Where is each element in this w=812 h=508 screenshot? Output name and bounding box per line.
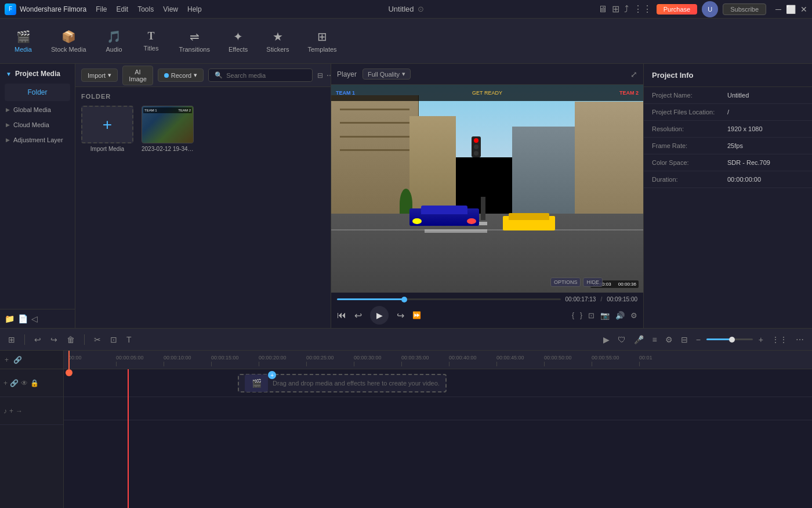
clip-icon[interactable]: ⊡: [588, 311, 594, 320]
sidebar-arrow[interactable]: ▼: [6, 71, 12, 77]
tl-crop-icon[interactable]: ⊡: [108, 333, 119, 347]
tl-mic-icon[interactable]: 🎤: [632, 333, 646, 347]
drop-plus-icon: +: [268, 371, 276, 379]
ruler-mark-8: 00:00:40:00: [449, 355, 496, 366]
tl-play-icon[interactable]: ▶: [601, 333, 612, 347]
tl-delete-icon[interactable]: 🗑: [64, 333, 77, 347]
tl-plus-icon[interactable]: +: [756, 333, 766, 347]
rewind-button[interactable]: ↩: [354, 310, 362, 321]
tl-minus-icon[interactable]: −: [694, 333, 703, 347]
preview-panel: Player Full Quality ▾ ⤢: [331, 64, 644, 328]
tl-add-track-icon[interactable]: +: [5, 356, 9, 364]
toolbar-audio[interactable]: 🎵 Audio: [97, 25, 132, 57]
sidebar-item-global-media[interactable]: ▶ Global Media: [0, 102, 75, 117]
tl-undo-icon[interactable]: ↩: [32, 333, 44, 347]
toolbar-effects[interactable]: ✦ Effects: [220, 25, 256, 57]
adjustment-layer-arrow: ▶: [6, 137, 10, 143]
tl-audio-note-icon[interactable]: ♪: [3, 407, 7, 415]
tl-layers-icon[interactable]: ≡: [650, 333, 659, 347]
video-file-item[interactable]: TEAM 1 TEAM 2 2023-02-12 19-34-47: [142, 106, 194, 152]
tl-redo-icon[interactable]: ↪: [48, 333, 60, 347]
video-thumb-overlay: TEAM 1 TEAM 2: [143, 107, 192, 113]
toolbar-templates[interactable]: ⊞ Templates: [299, 25, 345, 57]
record-button[interactable]: Record ▾: [158, 69, 204, 82]
minimize-button[interactable]: ─: [775, 5, 781, 14]
more-options-icon[interactable]: ⋯: [327, 71, 331, 80]
progress-bar[interactable]: [337, 298, 561, 300]
quality-selector[interactable]: Full Quality ▾: [362, 69, 411, 80]
toolbar-stickers[interactable]: ★ Stickers: [258, 25, 297, 57]
options-button[interactable]: OPTIONS: [550, 278, 581, 287]
tl-shield-icon[interactable]: 🛡: [615, 333, 628, 347]
new-folder-icon[interactable]: 📁: [5, 314, 14, 323]
tl-cut-icon[interactable]: ✂: [92, 333, 103, 347]
tl-zoom-slider[interactable]: [706, 338, 753, 340]
mark-out-icon[interactable]: }: [580, 311, 582, 320]
snapshot-icon[interactable]: 📷: [600, 311, 610, 320]
skip-back-button[interactable]: ⏮: [337, 310, 346, 320]
sidebar-folder[interactable]: Folder: [5, 84, 70, 101]
tl-text-icon[interactable]: T: [124, 333, 134, 347]
tl-video-add-icon[interactable]: +: [3, 379, 8, 387]
upload-icon[interactable]: ⤴: [624, 4, 629, 15]
toolbar-stock-media[interactable]: 📦 Stock Media: [43, 25, 95, 57]
menu-view[interactable]: View: [163, 5, 178, 13]
menu-tools[interactable]: Tools: [137, 5, 154, 13]
effects-label: Effects: [229, 46, 248, 53]
playhead-marker-ball[interactable]: [66, 369, 72, 376]
settings-icon[interactable]: ⚙: [630, 311, 637, 320]
ai-image-button[interactable]: AI Image: [122, 66, 153, 85]
import-media-item[interactable]: + Import Media: [81, 106, 133, 152]
speed-button[interactable]: ⏩: [412, 311, 421, 319]
tl-grid-icon[interactable]: ⋮⋮: [769, 333, 790, 347]
close-button[interactable]: ✕: [800, 5, 807, 14]
audio-track[interactable]: [64, 397, 812, 420]
tl-video-lock-icon[interactable]: 🔒: [30, 379, 39, 387]
progress-handle[interactable]: [401, 297, 407, 302]
tl-snap-icon[interactable]: ⊞: [6, 333, 17, 347]
sidebar-item-adjustment-layer[interactable]: ▶ Adjustment Layer: [0, 132, 75, 147]
search-input[interactable]: [226, 72, 306, 79]
hide-button[interactable]: HIDE: [583, 278, 603, 287]
toolbar-titles[interactable]: T Titles: [134, 26, 169, 56]
maximize-button[interactable]: ⬜: [786, 5, 796, 14]
toolbar-transitions[interactable]: ⇌ Transitions: [171, 25, 218, 57]
fast-forward-button[interactable]: ↪: [397, 310, 404, 321]
tl-more-icon[interactable]: ⋯: [793, 333, 806, 347]
grid-icon[interactable]: ⊞: [612, 3, 619, 15]
tl-zoom-handle[interactable]: [729, 337, 735, 343]
import-button[interactable]: Import ▾: [81, 69, 118, 82]
video-track[interactable]: 🎬 + Drag and drop media and effects here…: [64, 369, 812, 397]
import-thumb[interactable]: +: [81, 106, 133, 143]
toolbar-media[interactable]: 🎬 Media: [6, 25, 41, 57]
tl-link-icon[interactable]: 🔗: [13, 356, 22, 364]
drop-zone[interactable]: 🎬 + Drag and drop media and effects here…: [238, 374, 447, 392]
play-button[interactable]: ▶: [370, 306, 389, 325]
sidebar-item-cloud-media[interactable]: ▶ Cloud Media: [0, 117, 75, 132]
filter-icon[interactable]: ⊟: [317, 71, 323, 80]
subscribe-button[interactable]: Subscribe: [723, 3, 766, 15]
mark-in-icon[interactable]: {: [572, 311, 574, 320]
tl-monitor-icon[interactable]: ⊟: [679, 333, 690, 347]
ruler-mark-5: 00:00:25:00: [306, 355, 354, 366]
menu-edit[interactable]: Edit: [117, 5, 129, 13]
monitor-icon[interactable]: 🖥: [598, 4, 607, 15]
menu-help[interactable]: Help: [187, 5, 202, 13]
tl-settings-icon[interactable]: ⚙: [663, 333, 675, 347]
tl-audio-add-icon[interactable]: +: [9, 407, 13, 415]
apps-icon[interactable]: ⋮⋮: [633, 3, 652, 15]
ruler-mark-1: 00:00:05:00: [116, 355, 164, 366]
video-thumb[interactable]: TEAM 1 TEAM 2: [142, 106, 194, 143]
purchase-button[interactable]: Purchase: [657, 4, 697, 15]
menu-file[interactable]: File: [96, 5, 107, 13]
ruler-mark-0: 00:00: [68, 355, 116, 366]
volume-icon[interactable]: 🔊: [615, 311, 625, 320]
record-dropdown-icon: ▾: [194, 71, 197, 79]
tl-video-eye-icon[interactable]: 👁: [21, 379, 28, 387]
tl-video-link-icon[interactable]: 🔗: [10, 379, 19, 387]
add-item-icon[interactable]: 📄: [18, 314, 28, 323]
tl-audio-arrow-icon[interactable]: →: [16, 407, 23, 415]
collapse-icon[interactable]: ◁: [31, 314, 38, 323]
fullscreen-icon[interactable]: ⤢: [630, 70, 637, 79]
ruler-mark-3: 00:00:15:00: [211, 355, 259, 366]
